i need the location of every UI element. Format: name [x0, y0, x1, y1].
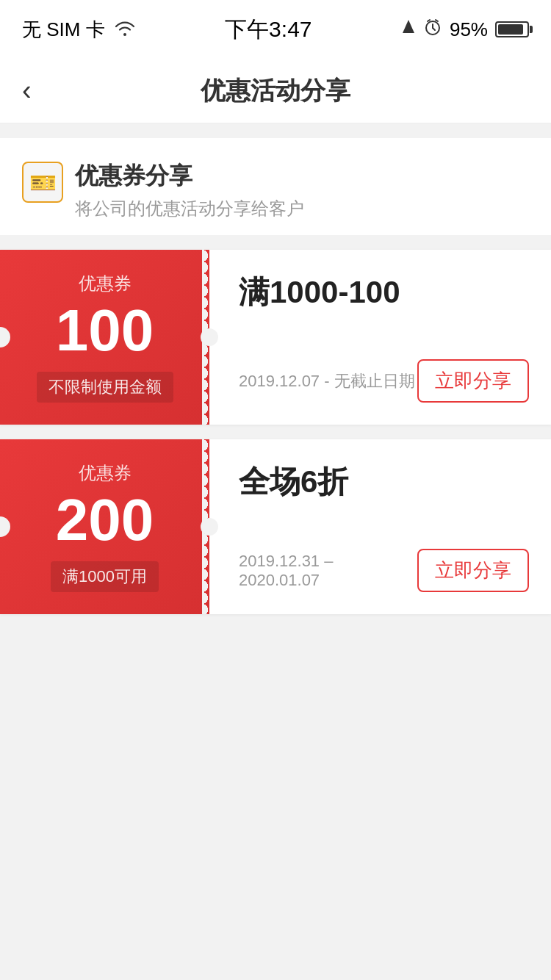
- svg-line-2: [433, 28, 435, 30]
- section-text-group: 优惠券分享 将公司的优惠活动分享给客户: [75, 160, 304, 220]
- status-time: 下午3:47: [225, 15, 311, 45]
- coupon-date-0: 2019.12.07 - 无截止日期: [239, 370, 417, 392]
- carrier-text: 无 SIM 卡: [22, 17, 105, 43]
- coupon-right-1: 全场6折 2019.12.31 – 2020.01.07 立即分享: [209, 439, 551, 614]
- coupon-bottom-row-0: 2019.12.07 - 无截止日期 立即分享: [239, 359, 529, 403]
- svg-line-4: [436, 20, 438, 21]
- coupon-right-0: 满1000-100 2019.12.07 - 无截止日期 立即分享: [209, 250, 551, 425]
- coupon-condition-0: 不限制使用金额: [37, 372, 173, 403]
- coupon-name-1: 全场6折: [239, 461, 529, 502]
- coupon-amount-0: 100: [56, 301, 154, 360]
- battery-percent: 95%: [450, 18, 488, 41]
- share-button-1[interactable]: 立即分享: [417, 549, 529, 592]
- battery-icon: [495, 21, 529, 37]
- status-left: 无 SIM 卡: [22, 17, 136, 43]
- coupon-condition-1: 满1000可用: [51, 561, 159, 592]
- coupon-amount-1: 200: [56, 491, 154, 550]
- section-header: 🎫 优惠券分享 将公司的优惠活动分享给客户: [0, 138, 551, 235]
- coupon-left-0: 优惠券 100 不限制使用金额: [0, 250, 209, 425]
- coupon-card: 优惠券 200 满1000可用 全场6折 2019.12.31 – 2020.0…: [0, 439, 551, 614]
- section-title: 优惠券分享: [75, 160, 304, 192]
- status-bar: 无 SIM 卡 下午3:47 95%: [0, 0, 551, 59]
- share-button-0[interactable]: 立即分享: [417, 359, 529, 403]
- section-subtitle: 将公司的优惠活动分享给客户: [75, 197, 304, 220]
- coupon-card: 优惠券 100 不限制使用金额 满1000-100 2019.12.07 - 无…: [0, 250, 551, 425]
- svg-line-3: [428, 20, 430, 21]
- coupon-date-1: 2019.12.31 – 2020.01.07: [239, 552, 417, 590]
- coupon-label-1: 优惠券: [79, 461, 132, 485]
- wifi-icon: [114, 18, 136, 41]
- nav-title: 优惠活动分享: [201, 74, 350, 108]
- coupon-label-0: 优惠券: [79, 272, 132, 295]
- coupon-left-1: 优惠券 200 满1000可用: [0, 439, 209, 614]
- coupon-list: 优惠券 100 不限制使用金额 满1000-100 2019.12.07 - 无…: [0, 250, 551, 629]
- coupon-name-0: 满1000-100: [239, 272, 529, 313]
- coupon-bottom-row-1: 2019.12.31 – 2020.01.07 立即分享: [239, 549, 529, 592]
- alarm-icon: [423, 18, 442, 42]
- coupon-section-icon: 🎫: [22, 162, 63, 203]
- location-icon: [401, 18, 416, 41]
- status-right: 95%: [401, 18, 529, 42]
- nav-bar: ‹ 优惠活动分享: [0, 59, 551, 123]
- back-button[interactable]: ‹: [22, 75, 32, 107]
